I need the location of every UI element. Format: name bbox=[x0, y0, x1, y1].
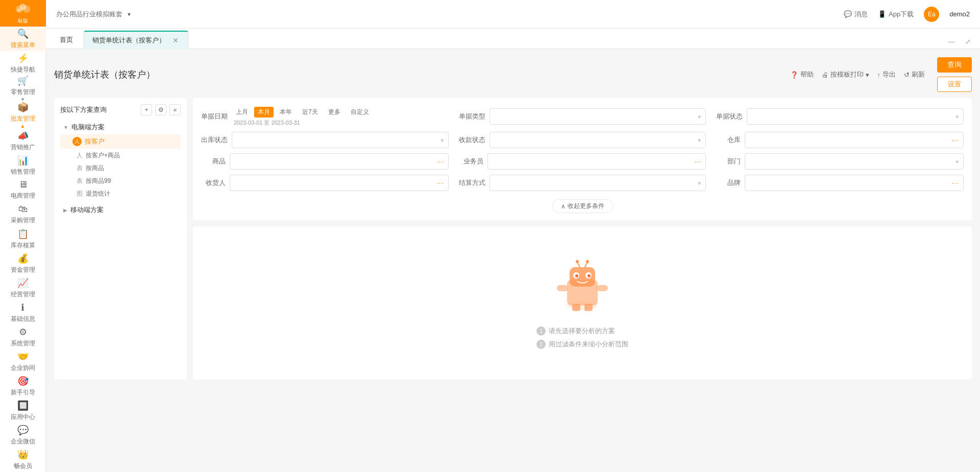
settings-button[interactable]: 设置 bbox=[937, 77, 972, 92]
status-label: 单据状态 bbox=[716, 112, 743, 121]
payment-select[interactable]: ▾ bbox=[489, 132, 706, 148]
sidebar-item-retail[interactable]: 🛒 零售管理 ▼ bbox=[0, 76, 46, 102]
help-button[interactable]: ❓ 帮助 bbox=[790, 70, 814, 79]
status-select[interactable]: ▾ bbox=[747, 108, 964, 125]
dropdown-arrow[interactable]: ▾ bbox=[128, 11, 131, 18]
filter-and-results: 单据日期 上月 本月 本年 近7天 更多 自定义 20 bbox=[193, 98, 972, 380]
sidebar-item-marketing[interactable]: 📣 营销推广 bbox=[0, 129, 46, 153]
inventory-icon: 📋 bbox=[17, 228, 29, 240]
main-area: 办公用品行业模拟账套 ▾ 💬 消息 📱 App下载 Ea demo2 首页 销货… bbox=[46, 0, 980, 472]
settlement-filter-item: 结算方式 ▾ bbox=[459, 175, 706, 191]
scheme-subitem-return[interactable]: 图 退货统计 bbox=[60, 187, 181, 200]
tab-close-button[interactable]: ✕ bbox=[172, 36, 180, 44]
goods99-icon: 表 bbox=[77, 177, 83, 185]
app-logo[interactable]: 畅 标版 bbox=[0, 0, 46, 27]
scheme-subitem-by-goods[interactable]: 表 按商品 bbox=[60, 162, 181, 175]
sidebar-item-ecommerce[interactable]: 🖥 电商管理 bbox=[0, 178, 46, 202]
content-layout: 按以下方案查询 + ⚙ « ▼ 电脑端方案 人 按客户 bbox=[54, 98, 972, 380]
export-button[interactable]: ↑ 导出 bbox=[877, 70, 896, 79]
sidebar-item-search[interactable]: 🔍 搜索菜单 bbox=[0, 27, 46, 51]
scheme-actions: + ⚙ « bbox=[141, 104, 181, 115]
date-more[interactable]: 更多 bbox=[324, 106, 345, 118]
date-last-month[interactable]: 上月 bbox=[232, 106, 252, 118]
dept-filter-item: 部门 ▾ bbox=[716, 153, 964, 170]
sidebar-item-apps[interactable]: 🔲 应用中心 bbox=[0, 398, 46, 423]
scheme-group-mobile-title[interactable]: ▶ 移动端方案 bbox=[60, 203, 181, 217]
sidebar-item-label: 销售管理 bbox=[11, 168, 35, 176]
type-label: 单据类型 bbox=[459, 112, 485, 121]
goods-select[interactable]: ··· bbox=[230, 153, 449, 170]
tip-num-2: 2 bbox=[536, 340, 546, 349]
query-button[interactable]: 查询 bbox=[937, 57, 972, 73]
goods99-label: 按商品99 bbox=[86, 177, 111, 185]
app-download-icon: 📱 bbox=[878, 10, 886, 18]
sidebar-item-inventory[interactable]: 📋 库存核算 bbox=[0, 227, 46, 251]
sidebar-item-wholesale[interactable]: 📦 批发管理 ▲ bbox=[0, 102, 46, 129]
brand-select[interactable]: ··· bbox=[745, 175, 964, 191]
sidebar-item-basic[interactable]: ℹ 基础信息 bbox=[0, 300, 46, 325]
template-print-button[interactable]: 🖨 按模板打印 ▾ bbox=[822, 70, 869, 79]
scheme-add-button[interactable]: + bbox=[141, 104, 152, 115]
search-icon: 🔍 bbox=[17, 28, 29, 39]
sidebar-item-sales[interactable]: 📊 销售管理 bbox=[0, 153, 46, 178]
tab-sales-report[interactable]: 销货单统计表（按客户） ✕ bbox=[84, 31, 188, 49]
help-icon: ❓ bbox=[790, 71, 798, 79]
warehouse-select[interactable]: ··· bbox=[745, 132, 964, 148]
sidebar-item-operations[interactable]: 📈 经营管理 bbox=[0, 276, 46, 300]
scheme-collapse-button[interactable]: « bbox=[169, 104, 181, 115]
export-label: 导出 bbox=[883, 70, 896, 79]
sidebar-item-finance[interactable]: 💰 资金管理 bbox=[0, 251, 46, 276]
dept-select[interactable]: ▾ bbox=[745, 153, 964, 170]
filter-row-3: 商品 ··· 业务员 ··· bbox=[201, 153, 964, 170]
sidebar-item-label: 批发管理 bbox=[11, 114, 35, 123]
marketing-icon: 📣 bbox=[17, 130, 29, 141]
refresh-button[interactable]: ↺ 刷新 bbox=[904, 70, 925, 79]
scheme-group-mobile: ▶ 移动端方案 bbox=[60, 203, 181, 217]
date-last-7[interactable]: 近7天 bbox=[298, 106, 322, 118]
scheme-group-pc-title[interactable]: ▼ 电脑端方案 bbox=[60, 121, 181, 134]
collapse-button[interactable]: ∧ 收起更多条件 bbox=[552, 199, 613, 213]
scheme-subitem-goods99[interactable]: 表 按商品99 bbox=[60, 175, 181, 187]
header-left: 办公用品行业模拟账套 ▾ bbox=[56, 10, 131, 19]
payment-chevron: ▾ bbox=[698, 136, 701, 144]
staff-select[interactable]: ··· bbox=[487, 153, 706, 170]
tab-home[interactable]: 首页 bbox=[51, 30, 82, 49]
maximize-button[interactable]: ⤢ bbox=[961, 34, 975, 49]
sidebar-item-newuser[interactable]: 🎯 新手引导 bbox=[0, 374, 46, 398]
filter-row-4: 收货人 ··· 结算方式 ▾ bbox=[201, 175, 964, 191]
receiver-select[interactable]: ··· bbox=[230, 175, 449, 191]
export-icon: ↑ bbox=[877, 71, 881, 79]
message-icon: 💬 bbox=[844, 10, 852, 18]
customer-goods-icon: 人 bbox=[77, 151, 83, 160]
sidebar-item-quicknav[interactable]: ⚡ 快捷导航 bbox=[0, 51, 46, 76]
date-custom[interactable]: 自定义 bbox=[347, 106, 373, 118]
minimize-button[interactable]: — bbox=[944, 34, 959, 49]
sidebar-item-enterprise[interactable]: 🤝 企业协同 bbox=[0, 349, 46, 374]
finance-icon: 💰 bbox=[17, 253, 29, 264]
type-select[interactable]: ▾ bbox=[489, 108, 706, 125]
user-avatar[interactable]: Ea bbox=[924, 7, 939, 22]
date-this-year[interactable]: 本年 bbox=[276, 106, 296, 118]
svg-point-14 bbox=[586, 260, 589, 263]
app-download-action[interactable]: 📱 App下载 bbox=[878, 10, 914, 19]
refresh-icon: ↺ bbox=[904, 71, 910, 79]
date-this-month[interactable]: 本月 bbox=[254, 107, 274, 117]
outbound-chevron: ▾ bbox=[440, 136, 444, 144]
scheme-settings-button[interactable]: ⚙ bbox=[155, 104, 166, 115]
app-download-label: App下载 bbox=[889, 10, 914, 19]
sidebar-item-system[interactable]: ⚙ 系统管理 bbox=[0, 325, 46, 349]
sidebar-item-purchase[interactable]: 🛍 采购管理 bbox=[0, 202, 46, 227]
sidebar-item-member[interactable]: 👑 畅会员 bbox=[0, 447, 46, 472]
svg-point-10 bbox=[587, 274, 591, 277]
status-filter-item: 单据状态 ▾ bbox=[716, 106, 964, 127]
settlement-select[interactable]: ▾ bbox=[489, 175, 706, 191]
message-action[interactable]: 💬 消息 bbox=[844, 10, 868, 19]
scheme-subitem-customer-goods[interactable]: 人 按客户+商品 bbox=[60, 149, 181, 162]
print-icon: 🖨 bbox=[822, 71, 828, 79]
sidebar-item-label: 经营管理 bbox=[11, 290, 35, 299]
sidebar-item-label: 电商管理 bbox=[11, 192, 35, 200]
scheme-item-by-customer[interactable]: 人 按客户 bbox=[60, 134, 181, 149]
group-expand-arrow: ▼ bbox=[63, 125, 68, 130]
sidebar-item-wechat[interactable]: 💬 企业微信 bbox=[0, 423, 46, 447]
outbound-select[interactable]: ▾ bbox=[232, 132, 449, 148]
